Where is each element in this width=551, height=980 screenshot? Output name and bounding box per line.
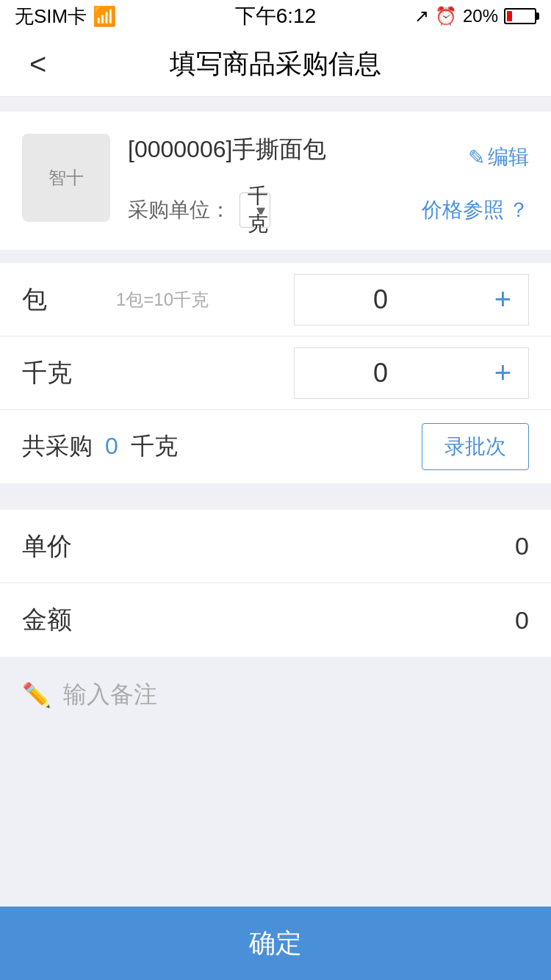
unit-price-row: 单价 0 — [0, 510, 551, 583]
nav-bar: < 填写商品采购信息 — [0, 32, 551, 97]
kg-input-row: 千克 + — [0, 336, 551, 410]
product-image: 智十 — [22, 134, 110, 222]
price-ref-label: 价格参照 — [422, 196, 504, 224]
battery-icon — [504, 8, 536, 24]
amount-row: 金额 0 — [0, 583, 551, 657]
status-right: ↗ ⏰ 20% — [414, 6, 536, 26]
price-ref-button[interactable]: 价格参照 ？ — [422, 196, 529, 224]
amount-value: 0 — [515, 606, 529, 635]
wifi-icon: 📶 — [93, 5, 116, 28]
status-bar: 无SIM卡 📶 下午6:12 ↗ ⏰ 20% — [0, 0, 551, 32]
alarm-icon: ⏰ — [435, 6, 457, 26]
product-logo-text: 智十 — [48, 166, 84, 190]
confirm-button[interactable]: 确定 — [0, 907, 551, 980]
battery-percent: 20% — [463, 6, 498, 26]
remark-section[interactable]: ✏️ 输入备注 — [0, 657, 551, 733]
batch-button[interactable]: 录批次 — [422, 423, 529, 470]
edit-button[interactable]: ✎ 编辑 — [468, 143, 529, 171]
bag-sublabel: 1包=10千克 — [116, 288, 209, 311]
total-label: 共采购 — [22, 433, 93, 459]
divider-2 — [0, 483, 551, 497]
page-title: 填写商品采购信息 — [170, 46, 381, 82]
unit-select-wrapper[interactable]: 千克 千克 ▾ — [240, 192, 270, 228]
unit-price-label: 单价 — [22, 530, 72, 563]
remark-placeholder: 输入备注 — [63, 679, 157, 711]
carrier-label: 无SIM卡 — [15, 4, 87, 29]
divider-1 — [0, 250, 551, 263]
back-button[interactable]: < — [22, 40, 54, 88]
bag-input-right: + — [294, 274, 529, 325]
pencil-icon: ✏️ — [22, 681, 51, 709]
status-left: 无SIM卡 📶 — [15, 4, 116, 29]
total-amount: 0 — [105, 433, 118, 459]
input-section: 包 1包=10千克 + 千克 + — [0, 263, 551, 410]
kg-label: 千克 — [22, 356, 110, 390]
kg-input-right: + — [294, 347, 529, 399]
question-icon: ？ — [508, 196, 529, 224]
bag-input-row: 包 1包=10千克 + — [0, 263, 551, 336]
kg-plus-button[interactable]: + — [478, 347, 529, 399]
bag-plus-button[interactable]: + — [478, 274, 529, 325]
location-icon: ↗ — [414, 6, 429, 26]
edit-label: 编辑 — [488, 143, 529, 171]
status-time: 下午6:12 — [235, 2, 317, 30]
total-text: 共采购 0 千克 — [22, 430, 178, 463]
unit-label: 采购单位： — [128, 196, 231, 224]
product-name: [0000006]手撕面包 — [128, 134, 326, 166]
edit-icon: ✎ — [468, 145, 485, 170]
product-info: [0000006]手撕面包 ✎ 编辑 采购单位： 千克 千克 ▾ 价格参照 ？ — [128, 134, 529, 228]
bag-label: 包 — [22, 283, 110, 317]
total-unit: 千克 — [131, 433, 178, 459]
bag-quantity-input[interactable] — [294, 274, 478, 325]
unit-price-value: 0 — [515, 532, 529, 561]
kg-quantity-input[interactable] — [294, 347, 478, 399]
price-section: 单价 0 金额 0 — [0, 510, 551, 657]
amount-label: 金额 — [22, 603, 72, 637]
total-row: 共采购 0 千克 录批次 — [0, 410, 551, 483]
product-card: 智十 [0000006]手撕面包 ✎ 编辑 采购单位： 千克 千克 ▾ 价格参照 — [0, 112, 551, 250]
